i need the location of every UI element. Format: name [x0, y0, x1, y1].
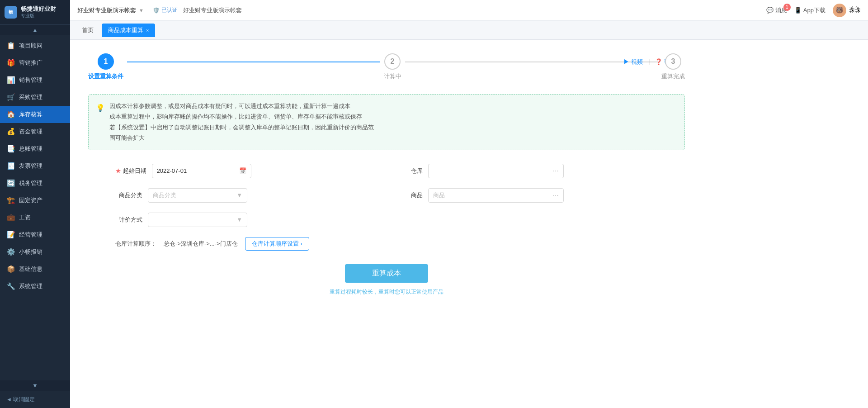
- warehouse-order-label: 仓库计算顺序：: [115, 240, 156, 248]
- step-2: 2 计算中: [384, 53, 401, 81]
- info-icon: 💡: [96, 102, 105, 143]
- step-1-label: 设置重算条件: [88, 72, 123, 81]
- tab-home-label: 首页: [82, 26, 94, 34]
- pricing-group: 计价方式 ▼: [115, 213, 377, 227]
- form-section: ★ 起始日期 2022-07-01 📅 仓库 ···: [88, 164, 685, 296]
- product-group: 商品 商品 ···: [396, 188, 658, 203]
- sidebar-item-fapiao[interactable]: 🧾 发票管理: [0, 157, 70, 175]
- step-line-1: [127, 62, 380, 62]
- required-star: ★: [115, 167, 121, 174]
- category-placeholder: 商品分类: [153, 191, 176, 199]
- sidebar-item-zhangwu[interactable]: 📑 总账管理: [0, 140, 70, 157]
- pricing-label: 计价方式: [115, 216, 142, 224]
- app-title: 畅捷通好业财: [21, 5, 56, 13]
- product-placeholder: 商品: [433, 191, 445, 199]
- sidebar-item-xiangmu[interactable]: 📋 项目顾问: [0, 37, 70, 54]
- sidebar-item-yingxiao[interactable]: 🎁 营销推广: [0, 54, 70, 71]
- expand-window-button[interactable]: ⛶: [848, 5, 861, 15]
- sidebar-item-label: 项目顾问: [19, 42, 42, 50]
- recalc-button[interactable]: 重算成本: [345, 264, 428, 283]
- sidebar-item-label: 发票管理: [19, 162, 42, 170]
- gongzi-icon: 💼: [6, 213, 15, 222]
- account-dropdown-icon: ▼: [139, 8, 144, 13]
- sidebar-item-caigou[interactable]: 🛒 采购管理: [0, 89, 70, 106]
- content-area: 1 设置重算条件 2 计算中 3: [70, 40, 868, 408]
- warehouse-order-row: 仓库计算顺序： 总仓->深圳仓库->...->门店仓 仓库计算顺序设置 ›: [115, 237, 658, 251]
- chevron-down-icon-2: ▼: [236, 216, 242, 223]
- step-1-circle: 1: [98, 53, 114, 70]
- sidebar-item-xiaoshou[interactable]: 📊 销售管理: [0, 71, 70, 89]
- sidebar-item-label: 系统管理: [19, 282, 42, 290]
- sidebar-item-label: 税务管理: [19, 179, 42, 187]
- info-box: 💡 因成本计算参数调整，或是对商品成本有疑问时，可以通过成本重算功能，重新计算一…: [88, 94, 685, 150]
- topbar: 好业财专业版演示帐套 ▼ 🛡️ 已认证 好业财专业版演示帐套 💬 消息 1 📱 …: [70, 0, 868, 21]
- sidebar-item-label: 工资: [19, 213, 31, 222]
- start-date-value: 2022-07-01: [157, 167, 187, 174]
- sidebar-item-label: 小畅报销: [19, 248, 42, 256]
- sidebar-nav: 📋 项目顾问 🎁 营销推广 📊 销售管理 🛒 采购管理 🏠 库存核算 💰 资金管…: [0, 35, 70, 380]
- sidebar-header: 畅 畅捷通好业财 专业版: [0, 0, 70, 25]
- sidebar-unpin-button[interactable]: ◄ 取消固定: [0, 391, 70, 408]
- step-3-label: 重算完成: [661, 72, 685, 81]
- steps-section: 1 设置重算条件 2 计算中 3: [88, 53, 685, 81]
- warehouse-more-icon: ···: [553, 167, 559, 175]
- window-controls: ✕ ⛶: [833, 5, 861, 15]
- category-select[interactable]: 商品分类 ▼: [148, 188, 247, 203]
- caigou-icon: 🛒: [6, 93, 15, 101]
- chevron-right-icon: ›: [301, 240, 302, 247]
- sidebar-item-gongzi[interactable]: 💼 工资: [0, 209, 70, 226]
- sidebar-item-label: 总账管理: [19, 145, 42, 153]
- tab-recalc[interactable]: 商品成本重算 ×: [102, 24, 155, 37]
- form-row-2: 商品分类 商品分类 ▼ 商品 商品 ···: [115, 188, 658, 203]
- tab-close-icon[interactable]: ×: [146, 28, 149, 33]
- shuiwu-icon: 🔄: [6, 179, 15, 187]
- chevron-down-icon: ▼: [236, 192, 242, 199]
- sidebar-item-xitong[interactable]: 🔧 系统管理: [0, 278, 70, 295]
- sidebar-item-label: 销售管理: [19, 76, 42, 84]
- pricing-select[interactable]: ▼: [148, 213, 247, 227]
- content-inner: 1 设置重算条件 2 计算中 3: [70, 40, 703, 309]
- xiangmu-icon: 📋: [6, 42, 15, 50]
- warehouse-input[interactable]: ···: [428, 164, 564, 178]
- xiaoshou-icon: 📊: [6, 76, 15, 84]
- xiaochang-icon: ⚙️: [6, 248, 15, 256]
- sidebar-scroll-down[interactable]: ▼: [0, 380, 70, 391]
- app-download-button[interactable]: 📱 App下载: [794, 6, 826, 14]
- sidebar-item-kucun[interactable]: 🏠 库存核算: [0, 106, 70, 123]
- video-link[interactable]: ▶ 视频: [623, 58, 643, 66]
- main-area: 好业财专业版演示帐套 ▼ 🛡️ 已认证 好业财专业版演示帐套 💬 消息 1 📱 …: [70, 0, 868, 408]
- warehouse-group: 仓库 ···: [396, 164, 658, 178]
- step-line-2: [405, 62, 658, 62]
- sidebar-item-label: 采购管理: [19, 93, 42, 101]
- shield-icon: 🛡️: [153, 7, 160, 14]
- message-icon: 💬: [766, 7, 774, 14]
- gudingzichan-icon: 🏗️: [6, 196, 15, 204]
- sidebar-item-shuiwu[interactable]: 🔄 税务管理: [0, 175, 70, 192]
- form-row-1: ★ 起始日期 2022-07-01 📅 仓库 ···: [115, 164, 658, 178]
- step-3: 3 重算完成: [661, 53, 685, 81]
- zijin-icon: 💰: [6, 128, 15, 136]
- sidebar-item-jingying[interactable]: 📝 经营管理: [0, 226, 70, 243]
- yingxiao-icon: 🎁: [6, 59, 15, 67]
- sidebar-item-label: 库存核算: [19, 110, 42, 119]
- account-selector[interactable]: 好业财专业版演示帐套 ▼: [77, 6, 144, 14]
- sidebar-item-xiaochang[interactable]: ⚙️ 小畅报销: [0, 243, 70, 261]
- product-input[interactable]: 商品 ···: [428, 188, 564, 203]
- verified-badge: 🛡️ 已认证: [153, 6, 178, 14]
- sidebar-item-zijin[interactable]: 💰 资金管理: [0, 123, 70, 140]
- close-window-button[interactable]: ✕: [833, 5, 844, 15]
- start-date-group: ★ 起始日期 2022-07-01 📅: [115, 164, 377, 178]
- sidebar-item-label: 基础信息: [19, 265, 42, 273]
- zhangwu-icon: 📑: [6, 145, 15, 153]
- sidebar-item-label: 经营管理: [19, 231, 42, 239]
- steps-indicator: 1 设置重算条件 2 计算中 3: [88, 53, 685, 81]
- message-button[interactable]: 💬 消息 1: [766, 6, 787, 14]
- sidebar-item-jichu[interactable]: 📦 基础信息: [0, 261, 70, 278]
- step-2-label: 计算中: [384, 72, 401, 81]
- sidebar-scroll-up[interactable]: ▲: [0, 25, 70, 35]
- warehouse-order-settings-button[interactable]: 仓库计算顺序设置 ›: [245, 237, 309, 251]
- sidebar-item-gudingzichan[interactable]: 🏗️ 固定资产: [0, 192, 70, 209]
- tabs-bar: 首页 商品成本重算 × ✕ ⛶: [70, 21, 868, 40]
- start-date-input[interactable]: 2022-07-01 📅: [152, 164, 251, 178]
- tab-home[interactable]: 首页: [75, 24, 100, 37]
